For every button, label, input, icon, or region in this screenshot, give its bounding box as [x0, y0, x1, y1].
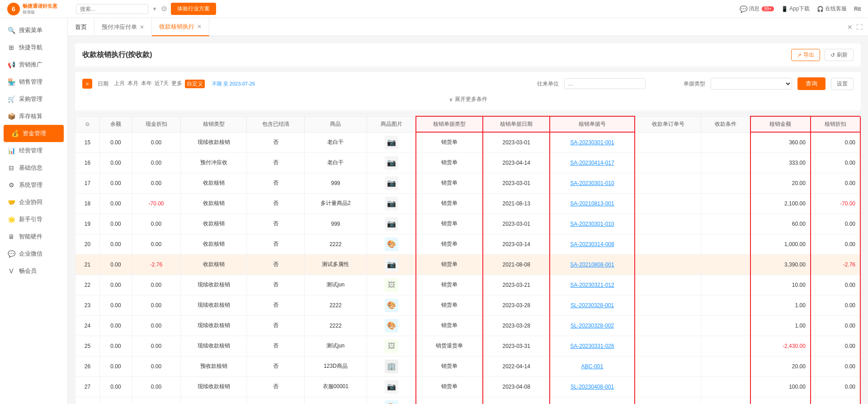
table-row: 26 0.00 0.00 预收款核销 否 123D商品 🏢 销货单 2022-0… — [75, 356, 861, 376]
row-bill-no[interactable]: SA-20210813-001 — [550, 193, 635, 214]
row-bill-no[interactable]: SA-20230314-008 — [550, 234, 635, 254]
voucher-type-select[interactable]: 销货单 销货退货单 — [711, 78, 792, 90]
tab-writeoff[interactable]: 收款核销执行 ✕ — [152, 18, 209, 36]
search-input[interactable] — [76, 4, 148, 14]
row-cash-discount: 0.00 — [132, 356, 180, 376]
row-writeoff-discount: -2.76 — [811, 254, 860, 275]
sidebar-item-enterprise[interactable]: 🤝 企业协同 — [0, 194, 67, 211]
row-bill-no[interactable]: SA-20230301-001 — [550, 132, 635, 152]
row-balance: 0.00 — [100, 397, 132, 404]
row-bill-no[interactable]: SA-20230301-010 — [550, 173, 635, 193]
row-writeoff-discount: 0.00 — [811, 234, 860, 254]
date-link-more[interactable]: 更多 — [171, 80, 182, 88]
row-no: 24 — [75, 315, 100, 336]
sidebar-item-operations[interactable]: 📊 经营管理 — [0, 142, 67, 159]
date-link-thisyear[interactable]: 本年 — [141, 80, 152, 88]
col-gear[interactable]: ⚙ — [75, 116, 100, 132]
sidebar-item-basic[interactable]: ⊟ 基础信息 — [0, 159, 67, 176]
counterpart-filter: 不限 至 2023-07-26 — [212, 81, 255, 87]
expand-more-button[interactable]: ∨ 展开更多条件 — [82, 94, 854, 105]
date-link-lastmonth[interactable]: 上月 — [114, 80, 125, 88]
row-balance: 0.00 — [100, 173, 132, 193]
page-header-actions: ↗ 导出 ↺ 刷新 — [791, 49, 854, 61]
row-bill-no[interactable]: ABC-001 — [550, 356, 635, 376]
export-button[interactable]: ↗ 导出 — [791, 49, 820, 61]
row-no: 23 — [75, 295, 100, 315]
close-window-icon[interactable]: ✕ — [847, 24, 853, 31]
date-link-thismonth[interactable]: 本月 — [127, 80, 138, 88]
date-link-7days[interactable]: 近7天 — [155, 80, 169, 88]
row-bill-no[interactable]: SL-20230328-001 — [550, 295, 635, 315]
sidebar-item-finance[interactable]: 💰 资金管理 — [4, 125, 64, 142]
main-layout: 🔍 搜索菜单 ⊞ 快捷导航 📢 营销推广 🏪 销售管理 🛒 采购管理 📦 库存核… — [0, 18, 868, 404]
sidebar-item-guide[interactable]: 🌟 新手引导 — [0, 211, 67, 228]
row-cash-discount: 0.00 — [132, 152, 180, 173]
row-bill-type: 销货单 — [416, 214, 483, 234]
row-product: 123D商品 — [304, 356, 367, 376]
row-writeoff-type: 现续收款核销 — [181, 132, 247, 152]
table-row: 16 0.00 0.00 预付冲应收 否 老白干 📷 销货单 2023-04-1… — [75, 152, 861, 173]
row-writeoff-amount: 360.00 — [750, 132, 811, 152]
chevron-down-icon[interactable]: ▼ — [152, 6, 157, 12]
settings-icon[interactable]: ⚙ — [161, 5, 167, 13]
row-bill-no[interactable]: SA-20210808-001 — [550, 254, 635, 275]
row-bill-no[interactable]: SA-20230331-026 — [550, 336, 635, 356]
app-download-btn[interactable]: 📱 App下载 — [781, 5, 810, 13]
row-receipt-condition — [701, 193, 750, 214]
row-bill-no[interactable]: SL-20230408-001 — [550, 376, 635, 397]
sidebar-item-hardware[interactable]: 🖥 智能硬件 — [0, 228, 67, 245]
row-bill-no[interactable]: SL-20230328-002 — [550, 315, 635, 336]
sidebar-item-inventory[interactable]: 📦 库存核算 — [0, 108, 67, 125]
maximize-icon[interactable]: ⛶ — [856, 24, 863, 31]
row-product: 多计量商品2 — [304, 193, 367, 214]
sidebar-item-purchase[interactable]: 🛒 采购管理 — [0, 90, 67, 108]
row-no: 21 — [75, 254, 100, 275]
product-image: 🎨 — [385, 238, 398, 251]
filter-toggle-button[interactable]: » — [82, 79, 92, 89]
tab-writeoff-close[interactable]: ✕ — [197, 24, 202, 30]
tab-prepay[interactable]: 预付冲应付单 ✕ — [94, 18, 152, 36]
filter-row-1: » 日期 上月 本月 本年 近7天 更多 自定义 不限 至 2023-07-26 — [82, 77, 854, 90]
row-bill-no[interactable]: SA-20230301-010 — [550, 214, 635, 234]
sidebar-item-wechat[interactable]: 💬 企业微信 — [0, 245, 67, 262]
row-product-img: 📷 — [367, 214, 416, 234]
table-row: 18 0.00 -70.00 收款核销 否 多计量商品2 📷 销货单 2021-… — [75, 193, 861, 214]
query-button[interactable]: 查询 — [797, 77, 826, 90]
counterpart-input[interactable] — [564, 78, 646, 89]
row-cash-discount: 0.00 — [132, 173, 180, 193]
tab-home[interactable]: 首页 — [68, 18, 94, 36]
row-no: 26 — [75, 356, 100, 376]
col-writeoff-amount: 核销金额 — [750, 116, 811, 132]
sidebar-item-search[interactable]: 🔍 搜索菜单 — [0, 22, 67, 39]
row-receipt-condition — [701, 336, 750, 356]
date-link-custom[interactable]: 自定义 — [185, 80, 205, 88]
refresh-button[interactable]: ↺ 刷新 — [825, 49, 854, 61]
row-bill-no[interactable]: SA-20230321-012 — [550, 275, 635, 295]
row-bill-no[interactable]: SL-20230418-001 — [550, 397, 635, 404]
row-receipt-condition — [701, 254, 750, 275]
system-icon: ⚙ — [7, 181, 15, 189]
row-bill-type: 销货单 — [416, 315, 483, 336]
row-bill-no[interactable]: SA-20230414-017 — [550, 152, 635, 173]
row-receipt-order-no — [635, 173, 701, 193]
row-receipt-order-no — [635, 132, 701, 152]
row-receipt-order-no — [635, 356, 701, 376]
sidebar-item-sales[interactable]: 🏪 销售管理 — [0, 73, 67, 90]
message-btn[interactable]: 💬 消息 99+ — [740, 5, 774, 13]
row-writeoff-discount: 0.00 — [811, 336, 860, 356]
sidebar-item-system[interactable]: ⚙ 系统管理 — [0, 176, 67, 194]
sidebar-item-member[interactable]: V 畅会员 — [0, 262, 67, 280]
sidebar-item-quicknav[interactable]: ⊞ 快捷导航 — [0, 39, 67, 56]
online-service-btn[interactable]: 🎧 在线客服 — [817, 5, 847, 13]
row-no: 28 — [75, 397, 100, 404]
row-writeoff-amount: 20.00 — [750, 356, 811, 376]
industry-btn[interactable]: 体验行业方案 — [171, 3, 216, 15]
row-receipt-condition — [701, 356, 750, 376]
row-no: 27 — [75, 376, 100, 397]
sidebar-item-marketing[interactable]: 📢 营销推广 — [0, 56, 67, 73]
guide-icon: 🌟 — [7, 216, 15, 223]
table-row: 19 0.00 0.00 收款核销 否 999 📷 销货单 2023-03-01… — [75, 214, 861, 234]
settings-button[interactable]: 设置 — [831, 78, 854, 90]
row-product-img: 📷 — [367, 376, 416, 397]
tab-prepay-close[interactable]: ✕ — [140, 24, 144, 30]
